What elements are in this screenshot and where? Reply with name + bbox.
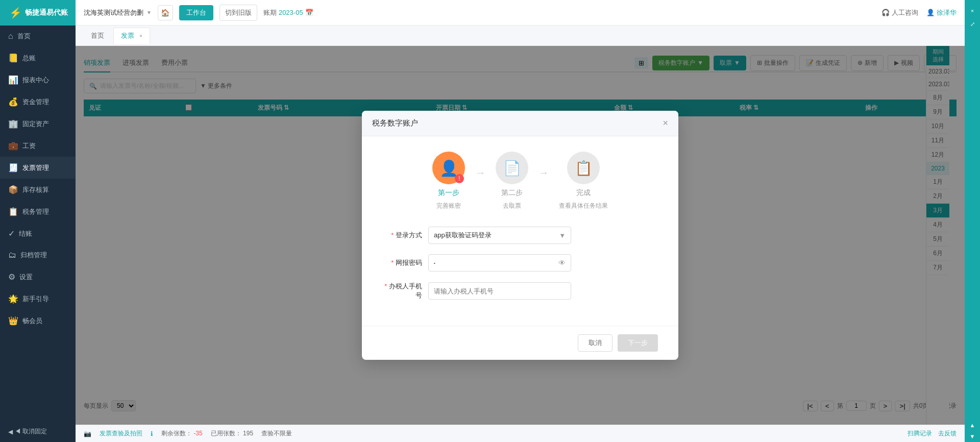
unpin-icon: ◀ <box>8 428 13 435</box>
check-invoice-icon: 📷 <box>84 430 91 437</box>
sidebar-label: 归档管理 <box>20 251 47 260</box>
step-3: 📋 完成 查看具体任务结果 <box>559 152 608 210</box>
right-panel-up[interactable]: ▲ <box>967 420 978 431</box>
workbench-button[interactable]: 工作台 <box>179 5 213 20</box>
select-chevron-icon: ▼ <box>559 232 566 239</box>
logo-text: 畅捷通易代账 <box>25 8 68 17</box>
sidebar-item-settlement[interactable]: ✓ 结账 <box>0 223 76 244</box>
eye-icon[interactable]: 👁 <box>558 259 566 267</box>
guide-icon: 🌟 <box>8 294 18 304</box>
tab-close-icon[interactable]: × <box>139 33 142 39</box>
right-panel-close[interactable]: × <box>967 5 978 16</box>
step3-icon: 📋 <box>567 152 600 184</box>
sidebar-item-inventory[interactable]: 📦 库存核算 <box>0 179 76 201</box>
sidebar-label: 税务管理 <box>22 207 49 216</box>
login-method-select[interactable]: app获取验证码登录 ▼ <box>428 227 571 244</box>
topbar-right: 🎧 人工咨询 👤 徐泽华 <box>881 8 957 17</box>
tab-invoice-label: 发票 <box>121 32 134 39</box>
topbar: 沈海英测试经营勿删 ▼ 🏠 工作台 切到旧版 账期 2023-05 📅 🎧 人工… <box>76 0 965 26</box>
service-button[interactable]: 🎧 人工咨询 <box>881 8 918 17</box>
bottom-links: 扫腾记录 去反馈 <box>908 429 957 438</box>
sidebar-item-ledger[interactable]: 📒 总账 <box>0 47 76 69</box>
tab-home-label: 首页 <box>91 32 104 39</box>
used-label: 已用张数： 195 <box>211 429 253 438</box>
calendar-icon[interactable]: 📅 <box>305 9 313 16</box>
sidebar-label: 新手引导 <box>22 294 49 304</box>
invoice-icon: 🧾 <box>8 163 18 173</box>
sidebar-item-guide[interactable]: 🌟 新手引导 <box>0 288 76 310</box>
tabs-bar: 首页 发票 × <box>76 26 965 46</box>
next-button[interactable]: 下一步 <box>618 334 658 352</box>
sidebar-item-payroll[interactable]: 💼 工资 <box>0 135 76 157</box>
payroll-icon: 💼 <box>8 141 18 151</box>
right-panel-down[interactable]: ▼ <box>967 431 978 442</box>
sidebar-item-settings[interactable]: ⚙ 设置 <box>0 266 76 288</box>
tax-icon: 📋 <box>8 207 18 216</box>
step-arrow-1: → <box>465 167 496 179</box>
modal-close-button[interactable]: × <box>663 118 668 129</box>
sidebar-label: 报表中心 <box>22 76 49 85</box>
right-panel-expand[interactable]: ⤢ <box>967 18 978 30</box>
service-label: 人工咨询 <box>892 8 918 17</box>
phone-row: 办税人手机号 <box>382 282 658 300</box>
sidebar-item-assets[interactable]: 💰 资金管理 <box>0 91 76 113</box>
username-label: 徐泽华 <box>937 8 957 17</box>
content-area: 销项发票 进项发票 费用小票 ⊞ 税务数字账户 ▼ <box>76 46 965 425</box>
archive-icon: 🗂 <box>8 251 16 260</box>
sidebar-item-archive[interactable]: 🗂 归档管理 <box>0 244 76 266</box>
feedback-link[interactable]: 去反馈 <box>938 429 957 438</box>
period-value: 2023-05 <box>279 9 303 16</box>
step-arrow-2: → <box>528 167 559 179</box>
sidebar-label: 发票管理 <box>22 163 49 173</box>
sidebar-label: 设置 <box>19 273 33 282</box>
step3-label: 完成 <box>576 188 591 198</box>
password-dots: • <box>434 261 436 265</box>
sidebar-label: 库存核算 <box>22 185 49 194</box>
step2-doc-icon: 📄 <box>503 160 521 177</box>
company-selector[interactable]: 沈海英测试经营勿删 ▼ <box>84 8 152 17</box>
period-label: 账期 <box>263 8 277 17</box>
report-icon: 📊 <box>8 75 18 85</box>
sidebar-label: 总账 <box>22 54 36 63</box>
step-2: 📄 第二步 去取票 <box>496 152 528 210</box>
modal-body: 👤 ! 第一步 完善账密 → <box>362 136 678 326</box>
settings-icon: ⚙ <box>8 272 15 282</box>
sidebar-item-member[interactable]: 👑 畅会员 <box>0 310 76 332</box>
sidebar-item-fixed[interactable]: 🏢 固定资产 <box>0 113 76 135</box>
user-menu[interactable]: 👤 徐泽华 <box>926 8 957 17</box>
steps-indicator: 👤 ! 第一步 完善账密 → <box>382 152 658 210</box>
unpin-button[interactable]: ◀ ◀ 取消固定 <box>0 421 76 442</box>
tab-home[interactable]: 首页 <box>84 28 111 43</box>
password-field[interactable]: • 👁 <box>428 254 571 272</box>
scan-records-link[interactable]: 扫腾记录 <box>908 429 932 438</box>
password-row: 网报密码 • 👁 <box>382 254 658 272</box>
member-icon: 👑 <box>8 316 18 326</box>
check-invoice-link[interactable]: 发票查验及拍照 <box>100 429 142 438</box>
phone-input[interactable] <box>428 282 571 300</box>
password-label: 网报密码 <box>382 258 428 267</box>
unpin-label: ◀ 取消固定 <box>15 427 47 436</box>
sidebar-item-report[interactable]: 📊 报表中心 <box>0 69 76 91</box>
tab-invoice[interactable]: 发票 × <box>113 28 150 44</box>
sidebar-item-home[interactable]: ⌂ 首页 <box>0 26 76 47</box>
sidebar: ⚡ 畅捷通易代账 ⌂ 首页 📒 总账 📊 报表中心 💰 资金管理 🏢 固定资产 … <box>0 0 76 442</box>
login-method-row: 登录方式 app获取验证码登录 ▼ <box>382 227 658 244</box>
phone-label: 办税人手机号 <box>382 282 428 300</box>
home-icon: ⌂ <box>8 32 13 41</box>
step1-desc: 完善账密 <box>436 202 461 210</box>
sidebar-item-tax[interactable]: 📋 税务管理 <box>0 201 76 223</box>
cancel-button[interactable]: 取消 <box>578 334 612 352</box>
main-area: 沈海英测试经营勿删 ▼ 🏠 工作台 切到旧版 账期 2023-05 📅 🎧 人工… <box>76 0 965 442</box>
used-text: 已用张数： <box>211 430 241 437</box>
user-avatar-icon: 👤 <box>926 9 935 16</box>
query-label: 查验不限量 <box>261 429 292 438</box>
company-icon-button[interactable]: 🏠 <box>158 5 173 20</box>
login-method-label: 登录方式 <box>382 231 428 240</box>
headset-icon: 🎧 <box>881 9 890 16</box>
switch-old-button[interactable]: 切到旧版 <box>219 5 257 21</box>
step1-label: 第一步 <box>438 188 459 198</box>
step1-icon: 👤 ! <box>432 152 465 184</box>
step2-desc: 去取票 <box>503 202 521 210</box>
sidebar-item-invoice[interactable]: 🧾 发票管理 <box>0 157 76 179</box>
company-name: 沈海英测试经营勿删 <box>84 8 143 17</box>
